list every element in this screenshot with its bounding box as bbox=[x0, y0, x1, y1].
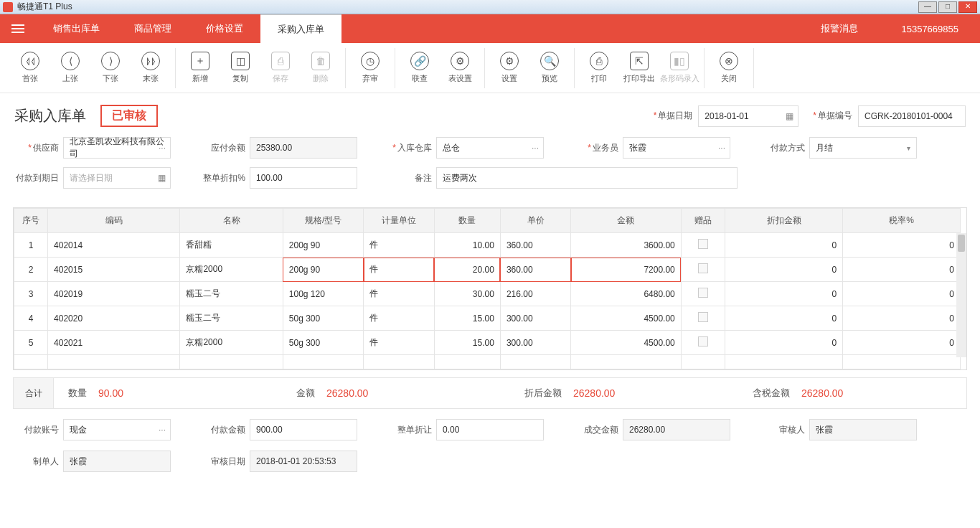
col-header[interactable]: 计量单位 bbox=[364, 209, 434, 233]
nav-tab-2[interactable]: 价格设置 bbox=[189, 14, 260, 43]
gift-checkbox[interactable] bbox=[698, 239, 708, 249]
表设置-icon: ⚙ bbox=[451, 52, 469, 70]
预览-icon: 🔍 bbox=[540, 52, 559, 70]
maker-field: 张霞 bbox=[63, 451, 171, 472]
lookup-icon: ··· bbox=[718, 143, 725, 153]
table-row[interactable]: 4402020糯玉二号50g 300件15.00300.004500.0000 bbox=[14, 306, 961, 331]
tb-弃审[interactable]: ◷弃审 bbox=[350, 49, 390, 87]
discount-field[interactable]: 100.00 bbox=[250, 167, 357, 189]
deal-field: 26280.00 bbox=[623, 419, 730, 440]
tb-新增[interactable]: ＋新增 bbox=[180, 49, 220, 87]
total-qty: 90.00 bbox=[98, 387, 123, 399]
total-amount: 26280.00 bbox=[326, 387, 368, 399]
tb-关闭[interactable]: ⊗关闭 bbox=[709, 49, 749, 87]
首张-icon: ⦉⦉ bbox=[21, 52, 39, 70]
payamt-field[interactable]: 900.00 bbox=[250, 419, 357, 440]
nav-tab-0[interactable]: 销售出库单 bbox=[36, 14, 117, 43]
col-header[interactable]: 名称 bbox=[180, 209, 283, 233]
table-row[interactable] bbox=[14, 355, 961, 369]
menu-button[interactable] bbox=[0, 14, 36, 43]
col-header[interactable]: 金额 bbox=[571, 209, 682, 233]
account-field[interactable]: 现金··· bbox=[63, 419, 171, 440]
grid-vscroll[interactable] bbox=[956, 233, 966, 357]
duedate-field[interactable]: 请选择日期▦ bbox=[63, 167, 171, 189]
col-header[interactable]: 税率% bbox=[843, 209, 961, 233]
tb-表设置[interactable]: ⚙表设置 bbox=[440, 49, 480, 87]
top-nav: 销售出库单商品管理价格设置采购入库单 报警消息 15357669855 bbox=[0, 14, 980, 43]
tb-末张[interactable]: ⦊⦊末张 bbox=[131, 49, 171, 87]
window-close[interactable]: ✕ bbox=[958, 1, 977, 13]
tb-保存: ⎙保存 bbox=[260, 49, 301, 87]
table-row[interactable]: 1402014香甜糯200g 90件10.00360.003600.0000 bbox=[14, 233, 961, 258]
tb-上张[interactable]: ⟨上张 bbox=[50, 49, 90, 87]
calendar-icon: ▦ bbox=[786, 111, 793, 121]
footer-form: 付款账号现金··· 付款金额900.00 整单折让0.00 成交金额26280.… bbox=[0, 409, 980, 499]
paymethod-field[interactable]: 月结▾ bbox=[809, 137, 917, 159]
nav-tab-1[interactable]: 商品管理 bbox=[117, 14, 189, 43]
supplier-field[interactable]: 北京圣凯农业科技有限公司··· bbox=[63, 137, 171, 159]
window-minimize[interactable]: — bbox=[918, 1, 937, 13]
col-header[interactable]: 单价 bbox=[500, 209, 570, 233]
上张-icon: ⟨ bbox=[61, 52, 80, 70]
doc-num-field[interactable]: CGRK-20180101-0004 bbox=[858, 105, 966, 127]
approved-stamp: 已审核 bbox=[100, 105, 158, 127]
tb-设置[interactable]: ⚙设置 bbox=[489, 49, 529, 87]
tb-联查[interactable]: 🔗联查 bbox=[400, 49, 440, 87]
lookup-icon: ··· bbox=[159, 425, 166, 435]
打印导出-icon: ⇱ bbox=[630, 52, 649, 70]
gift-checkbox[interactable] bbox=[698, 263, 708, 273]
totals-bar: 合计 数量90.00 金额26280.00 折后金额26280.00 含税金额2… bbox=[13, 377, 967, 409]
删除-icon: 🗑 bbox=[311, 52, 330, 70]
payable-field: 25380.00 bbox=[250, 137, 357, 159]
tb-预览[interactable]: 🔍预览 bbox=[529, 49, 570, 87]
tb-打印[interactable]: ⎙打印 bbox=[579, 49, 619, 87]
tb-打印导出[interactable]: ⇱打印导出 bbox=[619, 49, 659, 87]
table-row[interactable]: 5402021京糯200050g 300件15.00300.004500.000… bbox=[14, 331, 961, 355]
关闭-icon: ⊗ bbox=[720, 52, 738, 70]
col-header[interactable]: 序号 bbox=[14, 209, 48, 233]
gift-checkbox[interactable] bbox=[698, 336, 708, 346]
warehouse-field[interactable]: 总仓··· bbox=[436, 137, 544, 159]
lookup-icon: ··· bbox=[532, 143, 539, 153]
grid-hscroll[interactable]: 序号编码名称规格/型号计量单位数量单价金额赠品折扣金额税率% 1402014香甜… bbox=[14, 208, 966, 369]
billdisc-field[interactable]: 0.00 bbox=[436, 419, 544, 440]
col-header[interactable]: 规格/型号 bbox=[283, 209, 364, 233]
末张-icon: ⦊⦊ bbox=[141, 52, 160, 70]
col-header[interactable]: 折扣金额 bbox=[725, 209, 843, 233]
table-row[interactable]: 2402015京糯2000200g 90件20.00360.007200.000… bbox=[14, 258, 961, 282]
reviewer-field: 张霞 bbox=[809, 419, 917, 440]
alarm-link[interactable]: 报警消息 bbox=[821, 22, 858, 35]
doc-date-label: 单据日期 bbox=[658, 110, 692, 121]
doc-date-field[interactable]: 2018-01-01▦ bbox=[698, 105, 798, 127]
doc-num-label: 单据编号 bbox=[818, 110, 852, 121]
table-row[interactable]: 3402019糯玉二号100g 120件30.00216.006480.0000 bbox=[14, 282, 961, 306]
tb-下张[interactable]: ⟩下张 bbox=[90, 49, 131, 87]
reviewdate-field: 2018-01-01 20:53:53 bbox=[250, 451, 357, 472]
doc-header: 采购入库单 已审核 *单据日期 2018-01-01▦ *单据编号 CGRK-2… bbox=[0, 93, 980, 133]
form-area: *供应商北京圣凯农业科技有限公司··· 应付余额25380.00 *入库仓库总仓… bbox=[0, 133, 980, 207]
col-header[interactable]: 编码 bbox=[48, 209, 180, 233]
calendar-icon: ▦ bbox=[158, 173, 166, 183]
下张-icon: ⟩ bbox=[101, 52, 120, 70]
tb-删除: 🗑删除 bbox=[301, 49, 341, 87]
联查-icon: 🔗 bbox=[410, 52, 429, 70]
toolbar: ⦉⦉首张⟨上张⟩下张⦊⦊末张＋新增◫复制⎙保存🗑删除◷弃审🔗联查⚙表设置⚙设置🔍… bbox=[0, 43, 980, 93]
col-header[interactable]: 数量 bbox=[434, 209, 500, 233]
设置-icon: ⚙ bbox=[500, 52, 519, 70]
doc-title: 采购入库单 bbox=[14, 106, 86, 126]
remark-field[interactable]: 运费两次 bbox=[436, 167, 738, 189]
gift-checkbox[interactable] bbox=[698, 288, 708, 298]
tb-复制[interactable]: ◫复制 bbox=[220, 49, 260, 87]
tb-首张[interactable]: ⦉⦉首张 bbox=[10, 49, 50, 87]
sales-field[interactable]: 张霞··· bbox=[623, 137, 730, 159]
gift-checkbox[interactable] bbox=[698, 312, 708, 322]
col-header[interactable]: 赠品 bbox=[681, 209, 725, 233]
app-icon bbox=[3, 2, 13, 12]
chevron-down-icon: ▾ bbox=[907, 144, 910, 152]
复制-icon: ◫ bbox=[231, 52, 250, 70]
window-titlebar: 畅捷通T1 Plus — □ ✕ bbox=[0, 0, 980, 14]
window-maximize[interactable]: □ bbox=[938, 1, 957, 13]
nav-tab-3[interactable]: 采购入库单 bbox=[260, 14, 341, 43]
grid: 序号编码名称规格/型号计量单位数量单价金额赠品折扣金额税率% 1402014香甜… bbox=[13, 207, 967, 370]
totals-label: 合计 bbox=[14, 378, 54, 408]
